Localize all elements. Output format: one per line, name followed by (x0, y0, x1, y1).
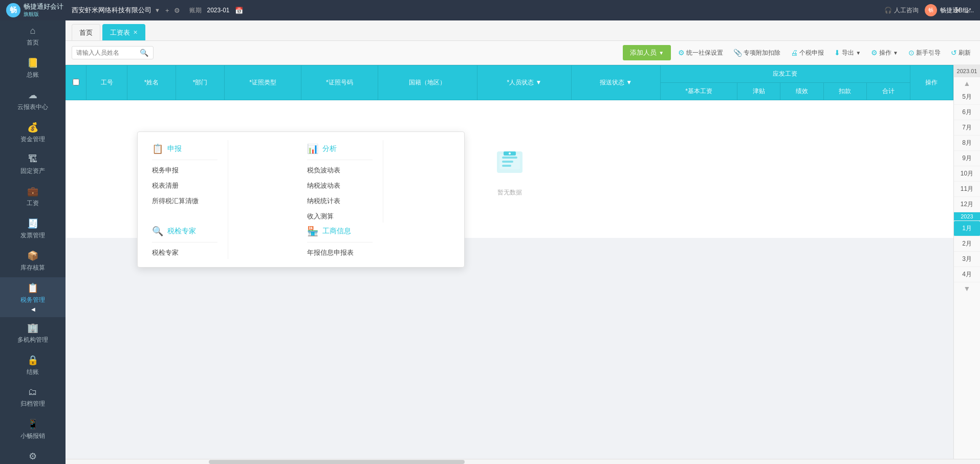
sidebar-item-expense[interactable]: 📱 小畅报销 (0, 413, 66, 446)
section-title: 分析 (322, 144, 337, 153)
sidebar-item-general-ledger[interactable]: 📒 总账 (0, 52, 66, 84)
deduction-icon: 📎 (733, 49, 742, 57)
tax-expert-items: 税检专家 (152, 247, 217, 259)
divider-2 (383, 140, 383, 223)
sidebar-item-home[interactable]: ⌂ 首页 (0, 20, 66, 52)
sidebar-item-tax[interactable]: 📋 税务管理 ◀ (0, 277, 66, 317)
month-1[interactable]: 1月 (954, 221, 980, 236)
company-selector[interactable]: 西安虾米网络科技有限公司 ▼ + ⚙ 账期 2023-01 📅 (72, 6, 884, 15)
scroll-down-arrow[interactable]: ▼ (954, 282, 980, 295)
guide-btn-icon: ⊙ (908, 49, 914, 57)
search-box[interactable]: 🔍 (72, 46, 154, 59)
sidebar-item-archive[interactable]: 🗂 归档管理 (0, 382, 66, 413)
month-6[interactable]: 6月 (954, 105, 980, 120)
tab-payroll[interactable]: 工资表 ✕ (102, 24, 145, 40)
dropdown-item-tax-expert[interactable]: 税检专家 (152, 247, 217, 259)
th-performance: 绩效 (780, 83, 823, 100)
month-10[interactable]: 10月 (954, 166, 980, 182)
individual-tax-button[interactable]: 🖨 个税申报 (788, 47, 827, 59)
sidebar-item-inventory[interactable]: 📦 库存核算 (0, 245, 66, 277)
add-company-icon[interactable]: + (165, 7, 169, 14)
headset-icon: 🎧 (884, 7, 892, 14)
month-2[interactable]: 2月 (954, 236, 980, 252)
tab-close-icon[interactable]: ✕ (133, 29, 138, 36)
th-checkbox[interactable] (66, 65, 86, 100)
app-sub: 旗舰版 (24, 11, 63, 18)
chevron-down-icon[interactable]: ▼ (155, 7, 160, 13)
year-2023[interactable]: 2023 (954, 212, 980, 221)
select-all-checkbox[interactable] (73, 79, 79, 85)
th-department: *部门 (176, 65, 225, 100)
sidebar-item-payroll[interactable]: 💼 工资 (0, 181, 66, 213)
maximize-icon[interactable]: ⤢ (965, 6, 972, 15)
section-title: 税检专家 (167, 227, 196, 236)
sidebar-item-close-accounts[interactable]: 🔒 结账 (0, 349, 66, 382)
sidebar-item-basic-settings[interactable]: ⚙ 基础设置 (0, 446, 66, 464)
logo-icon: 畅 (6, 3, 20, 17)
dropdown-section-analysis: 📊 分析 税负波动表 纳税波动表 纳税统计表 收入测算 (301, 140, 379, 223)
sidebar-item-fixed-assets[interactable]: 🏗 固定资产 (0, 149, 66, 181)
scrollbar-thumb[interactable] (209, 460, 465, 464)
dropdown-item-tax-filing[interactable]: 税务申报 (152, 164, 217, 176)
main-content: 首页 工资表 ✕ 🔍 添加人员 ▼ ⚙ 统一社保设置 📎 (66, 20, 980, 464)
sidebar-item-label: 云报表中心 (17, 103, 48, 112)
invoice-icon: 🧾 (27, 218, 38, 229)
month-3[interactable]: 3月 (954, 252, 980, 267)
sidebar-item-label: 总账 (27, 71, 39, 79)
tax-dropdown-menu[interactable]: 📋 申报 税务申报 税表清册 所得税汇算清缴 📊 分析 (137, 131, 465, 268)
month-7[interactable]: 7月 (954, 120, 980, 136)
th-name: *姓名 (127, 65, 176, 100)
new-guide-button[interactable]: ⊙ 新手引导 (905, 47, 944, 59)
export-label: 导出 (842, 49, 854, 57)
divider-3 (228, 223, 228, 259)
unified-social-security-button[interactable]: ⚙ 统一社保设置 (675, 47, 726, 59)
sidebar-item-cloud-report[interactable]: ☁ 云报表中心 (0, 84, 66, 117)
individual-tax-label: 个税申报 (799, 49, 824, 57)
business-icon: 🏪 (307, 226, 318, 237)
add-person-label: 添加人员 (630, 48, 657, 57)
tax-report-icon: 🖨 (791, 49, 798, 57)
dropdown-section-declaration: 📋 申报 税务申报 税表清册 所得税汇算清缴 (146, 140, 224, 223)
special-deduction-button[interactable]: 📎 专项附加扣除 (730, 47, 783, 59)
refresh-label: 刷新 (959, 49, 971, 57)
month-12[interactable]: 12月 (954, 197, 980, 212)
dropdown-item-income-calc[interactable]: 收入测算 (307, 210, 373, 223)
dropdown-item-annual-report[interactable]: 年报信息申报表 (307, 247, 373, 259)
tab-home[interactable]: 首页 (72, 24, 100, 40)
dropdown-item-tax-burden[interactable]: 税负波动表 (307, 164, 373, 176)
add-person-button[interactable]: 添加人员 ▼ (623, 45, 671, 60)
sidebar-item-label: 税务管理 (20, 296, 45, 304)
dropdown-item-tax-fluctuation[interactable]: 纳税波动表 (307, 180, 373, 192)
sidebar-item-invoice[interactable]: 🧾 发票管理 (0, 213, 66, 245)
month-9[interactable]: 9月 (954, 151, 980, 166)
sidebar-item-multi-org[interactable]: 🏢 多机构管理 (0, 317, 66, 349)
calendar-icon[interactable]: 📅 (235, 7, 243, 14)
operation-label: 操作 (879, 49, 891, 57)
search-input[interactable] (76, 49, 138, 56)
dropdown-item-tax-table-clear[interactable]: 税表清册 (152, 180, 217, 192)
th-id-number: *证照号码 (301, 65, 378, 100)
scroll-up-arrow[interactable]: ▲ (954, 77, 980, 90)
th-base-salary: *基本工资 (661, 83, 737, 100)
empty-illustration (489, 141, 530, 182)
month-5[interactable]: 5月 (954, 90, 980, 105)
payroll-icon: 💼 (27, 186, 38, 197)
dropdown-item-income-tax-calc[interactable]: 所得税汇算清缴 (152, 195, 217, 207)
operation-button[interactable]: ⚙ 操作 ▼ (868, 47, 901, 59)
month-8[interactable]: 8月 (954, 136, 980, 151)
horizontal-scrollbar[interactable] (66, 459, 980, 464)
refresh-button[interactable]: ↺ 刷新 (948, 47, 974, 59)
settings-icon[interactable]: ⚙ (174, 7, 180, 14)
help-button[interactable]: 🎧 人工咨询 (884, 6, 919, 15)
sidebar-item-label: 结账 (27, 368, 39, 377)
dropdown-section-tax-expert: 🔍 税检专家 税检专家 (146, 223, 224, 259)
dropdown-item-tax-stats[interactable]: 纳税统计表 (307, 195, 373, 207)
sidebar-item-fund[interactable]: 💰 资金管理 (0, 117, 66, 149)
th-nationality: 国籍（地区） (378, 65, 477, 100)
sidebar-item-label: 库存核算 (20, 263, 45, 272)
th-payroll-group: 应发工资 (661, 65, 910, 83)
export-button[interactable]: ⬇ 导出 ▼ (831, 47, 864, 59)
close-icon[interactable]: ✕ (954, 6, 961, 15)
month-4[interactable]: 4月 (954, 267, 980, 282)
month-11[interactable]: 11月 (954, 182, 980, 197)
